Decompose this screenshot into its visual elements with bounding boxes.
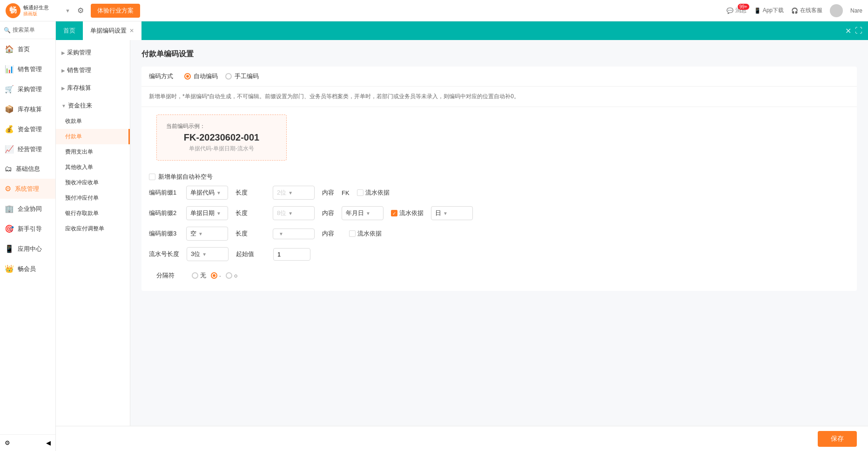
sidebar-item-sales[interactable]: 📊 销售管理	[0, 59, 55, 79]
basic-icon: 🗂	[5, 165, 12, 173]
prefix1-watermark-checkbox[interactable]: 流水依据	[357, 188, 390, 197]
content-area: ▶ 采购管理 ▶ 销售管理 ▶ 库存核算	[56, 40, 868, 426]
sidebar-item-inventory[interactable]: 📦 库存核算	[0, 99, 55, 119]
sidebar-item-newguide[interactable]: 🎯 新手引导	[0, 219, 55, 239]
auto-encode-radio[interactable]: 自动编码	[184, 72, 218, 81]
serial-start-label: 起始值	[236, 250, 266, 258]
tab-maximize-icon[interactable]: ⛶	[855, 27, 862, 35]
group-sales: ▶ 销售管理	[56, 62, 130, 78]
serial-chevron-icon: ▼	[202, 252, 207, 257]
prefix2-row: 编码前缀2 单据日期 ▼ 长度 8位 ▼ 内容	[149, 206, 849, 220]
bottom-bar: 保存	[56, 426, 868, 451]
serial-row: 流水号长度 3位 ▼ 起始值 1	[149, 247, 849, 261]
separator-radio-group: 无 · ○	[192, 271, 237, 280]
logo-icon: 畅	[6, 3, 20, 18]
prefix2-period-select[interactable]: 日 ▼	[431, 206, 473, 220]
sidebar-item-home[interactable]: 🏠 首页	[0, 39, 55, 59]
sidebar-item-system[interactable]: ⚙ 系统管理	[0, 179, 55, 199]
tab-minimize-icon[interactable]: ✕	[845, 27, 851, 35]
manual-encode-radio-dot	[225, 73, 232, 80]
sidebar-item-finance[interactable]: 💰 资金管理	[0, 119, 55, 139]
prefix3-length-select[interactable]: ▼	[273, 229, 315, 239]
online-service-button[interactable]: 🎧 在线客服	[791, 7, 822, 14]
group-finance-header[interactable]: ▼ 资金往来	[56, 98, 130, 114]
tab-home[interactable]: 首页	[56, 21, 83, 40]
prefix3-label: 编码前缀3	[149, 229, 179, 238]
tab-bar-right: ✕ ⛶	[845, 27, 868, 35]
app-download-button[interactable]: 📱 App下载	[754, 7, 784, 14]
group-purchase-header[interactable]: ▶ 采购管理	[56, 45, 130, 61]
prefix2-content-select[interactable]: 年月日 ▼	[342, 206, 384, 220]
purchase-icon: 🛒	[5, 85, 14, 94]
settings-icon[interactable]: ⚙	[74, 4, 87, 17]
header-dropdown[interactable]: ▼	[65, 8, 70, 13]
manual-encode-radio[interactable]: 手工编码	[225, 72, 259, 81]
logo-area: 畅 畅通好生意 插画版	[6, 3, 61, 18]
prefix3-chevron-icon: ▼	[198, 231, 203, 236]
code-preview-sub: 单据代码-单据日期-流水号	[166, 145, 277, 153]
sidebar-item-operations[interactable]: 📈 经营管理	[0, 139, 55, 159]
serial-start-input[interactable]: 1	[273, 248, 310, 261]
message-button[interactable]: 💬 消息 99+	[727, 7, 747, 14]
prefix3-watermark-box[interactable]	[349, 230, 356, 237]
sidebar-item-apps[interactable]: 📱 应用中心	[0, 239, 55, 259]
prefix2-length-label: 长度	[236, 209, 265, 217]
prefix2-select[interactable]: 单据日期 ▼	[186, 206, 228, 220]
sidebar-item-enterprise[interactable]: 🏢 企业协同	[0, 199, 55, 219]
prefix1-content-label: 内容	[322, 188, 334, 197]
footer-collapse-icon[interactable]: ◀	[46, 439, 51, 446]
prefix2-length-select[interactable]: 8位 ▼	[273, 206, 315, 220]
chevron-right-icon: ▶	[61, 68, 65, 73]
group-inventory-header[interactable]: ▶ 库存核算	[56, 80, 130, 96]
prefix2-watermark-checkbox[interactable]: ✓ 流水依据	[391, 209, 424, 217]
sidebar-item-other-income[interactable]: 其他收入单	[56, 160, 130, 175]
search-menu-button[interactable]: 🔍 搜索菜单	[0, 21, 55, 39]
prefix2-content-chevron-icon: ▼	[366, 211, 370, 216]
sidebar-item-purchase[interactable]: 🛒 采购管理	[0, 79, 55, 99]
prefix1-chevron-icon: ▼	[216, 190, 221, 195]
footer-settings-icon[interactable]: ⚙	[5, 439, 10, 446]
auto-encode-radio-dot	[184, 73, 191, 80]
prefix2-watermark-box[interactable]: ✓	[391, 210, 397, 216]
search-icon: 🔍	[4, 27, 11, 34]
sidebar-item-pre-receipt-offset[interactable]: 预收冲应收单	[56, 175, 130, 190]
prefix2-content-label: 内容	[322, 209, 334, 217]
sidebar-item-receipt[interactable]: 收款单	[56, 114, 130, 129]
sidebar-item-ar-ap-adjust[interactable]: 应收应付调整单	[56, 221, 130, 236]
prefix2-length-chevron-icon: ▼	[288, 211, 293, 216]
sep-dot-radio[interactable]: ·	[211, 272, 221, 279]
auto-fill-checkbox[interactable]	[149, 174, 155, 180]
sidebar-item-basic[interactable]: 🗂 基础信息	[0, 159, 55, 179]
header-right: 💬 消息 99+ 📱 App下载 🎧 在线客服 Nare	[727, 4, 862, 17]
tab-code-setting[interactable]: 单据编码设置 ✕	[83, 21, 141, 40]
prefix1-length-label: 长度	[236, 188, 265, 197]
sidebar-item-member[interactable]: 👑 畅会员	[0, 259, 55, 279]
enterprise-icon: 🏢	[5, 204, 14, 213]
prefix3-select[interactable]: 空 ▼	[186, 227, 228, 241]
prefix1-length-select[interactable]: 2位 ▼	[273, 186, 315, 200]
sep-circle-radio[interactable]: ○	[226, 272, 238, 279]
code-preview-area: 当前编码示例： FK-20230602-001 单据代码-单据日期-流水号	[141, 107, 857, 168]
prefix2-period-chevron-icon: ▼	[443, 211, 448, 216]
tab-close-icon[interactable]: ✕	[129, 27, 134, 34]
sidebar-item-payment[interactable]: 付款单	[56, 129, 130, 144]
save-button[interactable]: 保存	[818, 431, 857, 447]
chevron-right-icon: ▶	[61, 50, 65, 55]
avatar[interactable]	[830, 4, 843, 17]
trial-button[interactable]: 体验行业方案	[91, 4, 140, 18]
sidebar-footer: ⚙ ◀	[0, 434, 55, 451]
group-sales-header[interactable]: ▶ 销售管理	[56, 62, 130, 78]
sep-none-radio[interactable]: 无	[192, 271, 206, 280]
prefix1-watermark-box[interactable]	[357, 189, 363, 196]
apps-icon: 📱	[5, 244, 14, 253]
prefix1-select[interactable]: 单据代码 ▼	[186, 186, 228, 200]
encode-method-radio-group: 自动编码 手工编码	[184, 72, 259, 81]
sidebar-item-expense[interactable]: 费用支出单	[56, 144, 130, 160]
prefix3-watermark-checkbox[interactable]: 流水依据	[349, 229, 382, 238]
main-layout: 🔍 搜索菜单 🏠 首页 📊 销售管理 🛒 采购管理 📦 库存核算 💰	[0, 21, 868, 451]
sidebar-item-pre-payment-offset[interactable]: 预付冲应付单	[56, 190, 130, 206]
sidebar-item-bank[interactable]: 银行存取款单	[56, 206, 130, 221]
serial-length-select[interactable]: 3位 ▼	[187, 247, 229, 261]
second-sidebar: ▶ 采购管理 ▶ 销售管理 ▶ 库存核算	[56, 40, 130, 426]
sep-none-dot	[192, 272, 198, 279]
